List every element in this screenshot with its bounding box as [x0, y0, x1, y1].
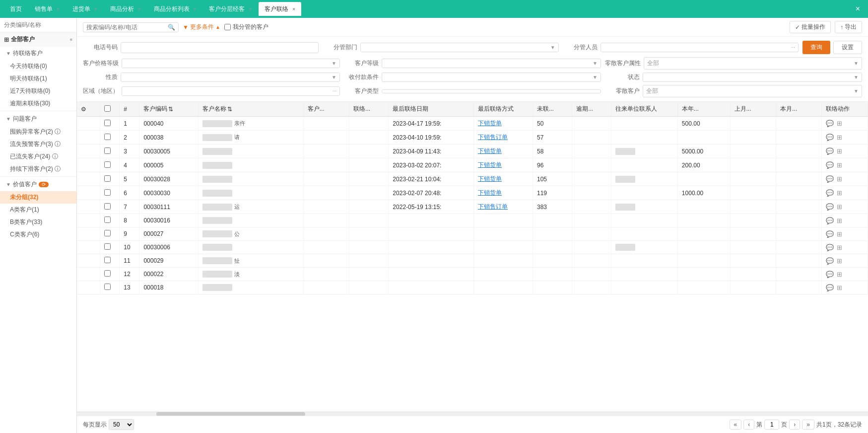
close-segment-icon[interactable]: × [249, 6, 252, 12]
nav-tab-analysis-list[interactable]: 商品分析列表 × [148, 2, 202, 16]
grid-action-icon[interactable]: ⊞ [837, 244, 842, 251]
chat-icon[interactable]: 💬 [826, 147, 834, 155]
last-method-link[interactable]: 下销货单 [478, 120, 502, 127]
sidebar-item-b-class[interactable]: B类客户(33) [0, 216, 76, 228]
last-method-link[interactable]: 下销货单 [478, 175, 502, 182]
grid-action-icon[interactable]: ⊞ [837, 161, 842, 169]
filter-nature-select[interactable]: ▼ [121, 72, 340, 82]
filter-scattered-attr-select[interactable]: 全部 ▼ [644, 57, 862, 70]
filter-scattered-select[interactable]: 全部 ▼ [643, 85, 862, 97]
chat-icon[interactable]: 💬 [826, 134, 834, 141]
nav-tab-customer-segment[interactable]: 客户分层经客 × [203, 2, 258, 16]
filter-price-level-select[interactable]: ▼ [122, 59, 340, 68]
chat-icon[interactable]: 💬 [826, 175, 834, 183]
my-customers-checkbox[interactable]: 我分管的客户 [224, 23, 268, 31]
close-analysis-icon[interactable]: × [138, 6, 141, 12]
sidebar-item-declining[interactable]: 持续下滑客户(2) ⓘ [0, 163, 76, 175]
export-button[interactable]: ↑ 导出 [835, 21, 862, 33]
close-purchase-icon[interactable]: × [94, 6, 97, 12]
grid-action-icon[interactable]: ⊞ [837, 217, 842, 224]
grid-action-icon[interactable]: ⊞ [837, 203, 842, 211]
my-customers-check-input[interactable] [224, 24, 231, 30]
nav-tab-customer-contact[interactable]: 客户联络 × [259, 2, 301, 16]
filter-search-icon[interactable]: 🔍 [168, 24, 175, 31]
page-number-input[interactable] [764, 420, 779, 430]
horizontal-scrollbar[interactable] [77, 412, 868, 416]
grid-action-icon[interactable]: ⊞ [837, 134, 842, 141]
nav-tab-sales[interactable]: 销售单 × [29, 2, 66, 16]
select-all-checkbox[interactable] [104, 105, 111, 112]
settings-icon[interactable]: ⚙ [81, 106, 86, 113]
chat-icon[interactable]: 💬 [826, 217, 834, 224]
filter-payment-select[interactable]: ▼ [382, 72, 601, 82]
filter-status-select[interactable]: ▼ [643, 72, 862, 82]
grid-action-icon[interactable]: ⊞ [837, 284, 842, 291]
row-checkbox[interactable] [104, 134, 111, 140]
nav-tab-purchase[interactable]: 进货单 × [67, 2, 103, 16]
chat-icon[interactable]: 💬 [826, 161, 834, 169]
filter-dept-select[interactable]: ▼ [360, 43, 558, 52]
query-button[interactable]: 查询 [802, 41, 830, 54]
close-sales-icon[interactable]: × [57, 6, 60, 12]
grid-action-icon[interactable]: ⊞ [837, 120, 842, 127]
row-checkbox[interactable] [104, 243, 111, 250]
chat-icon[interactable]: 💬 [826, 230, 834, 238]
filter-phone-input[interactable] [121, 42, 319, 53]
sidebar-item-churned[interactable]: 已流失客户(24) ⓘ [0, 150, 76, 163]
filter-cust-level-select[interactable]: ▼ [382, 59, 601, 68]
last-method-link[interactable]: 下销货单 [478, 161, 502, 168]
nav-tab-analysis[interactable]: 商品分析 × [104, 2, 147, 16]
chat-icon[interactable]: 💬 [826, 271, 834, 278]
sidebar-search-input[interactable] [4, 21, 77, 28]
row-checkbox[interactable] [104, 147, 111, 154]
grid-action-icon[interactable]: ⊞ [837, 271, 842, 278]
chat-icon[interactable]: 💬 [826, 120, 834, 127]
close-contact-icon[interactable]: × [292, 6, 295, 12]
row-checkbox[interactable] [104, 161, 111, 168]
sidebar-item-abnormal[interactable]: 囤购异常客户(2) ⓘ [0, 126, 76, 138]
reset-button[interactable]: 设置 [833, 41, 862, 54]
next-page-btn[interactable]: › [789, 420, 800, 430]
filter-manager-select[interactable]: ··· [601, 43, 799, 52]
grid-action-icon[interactable]: ⊞ [837, 189, 842, 197]
grid-action-icon[interactable]: ⊞ [837, 147, 842, 155]
sidebar-group-pending[interactable]: ▼ 待联络客户 [0, 47, 76, 60]
row-checkbox[interactable] [104, 284, 111, 290]
sidebar-item-today[interactable]: 今天待联络(0) [0, 60, 76, 72]
row-checkbox[interactable] [104, 203, 111, 210]
row-checkbox[interactable] [104, 216, 111, 223]
row-checkbox[interactable] [104, 120, 111, 126]
chat-icon[interactable]: 💬 [826, 203, 834, 211]
sidebar-item-a-class[interactable]: A类客户(1) [0, 204, 76, 216]
sidebar-all-customers[interactable]: ⊞ 全部客户 « [0, 32, 76, 47]
sidebar-item-ungroup[interactable]: 未分组(32) [0, 191, 76, 204]
filter-cust-type-select[interactable] [382, 89, 601, 93]
grid-action-icon[interactable]: ⊞ [837, 257, 842, 265]
batch-op-button[interactable]: ✓ 批量操作 [790, 21, 831, 33]
sidebar-item-7days[interactable]: 近7天待联络(0) [0, 85, 76, 97]
row-checkbox[interactable] [104, 270, 111, 277]
row-checkbox[interactable] [104, 257, 111, 263]
grid-action-icon[interactable]: ⊞ [837, 230, 842, 238]
sidebar-group-value[interactable]: ▼ 价值客户 ⟳ [0, 178, 76, 191]
chat-icon[interactable]: 💬 [826, 284, 834, 291]
page-size-dropdown[interactable]: 50 100 200 [109, 419, 134, 430]
filter-more-btn[interactable]: ▼ 更多条件 ▲ [183, 23, 220, 31]
chat-icon[interactable]: 💬 [826, 244, 834, 251]
prev-page-btn[interactable]: ‹ [743, 420, 754, 430]
sidebar-item-c-class[interactable]: C类客户(6) [0, 228, 76, 241]
sidebar-item-overdue[interactable]: 逾期未联络(30) [0, 97, 76, 110]
sidebar-group-problem[interactable]: ▼ 问题客户 [0, 112, 76, 126]
last-page-btn[interactable]: » [802, 420, 814, 430]
sidebar-item-tomorrow[interactable]: 明天待联络(1) [0, 72, 76, 85]
row-checkbox[interactable] [104, 230, 111, 236]
filter-region-select[interactable]: ··· [122, 86, 340, 96]
row-checkbox[interactable] [104, 175, 111, 182]
nav-close-all-icon[interactable]: × [852, 4, 864, 13]
sidebar-collapse-icon[interactable]: « [69, 37, 72, 42]
last-method-link[interactable]: 下销货单 [478, 147, 502, 154]
last-method-link[interactable]: 下销售订单 [478, 134, 508, 141]
chat-icon[interactable]: 💬 [826, 189, 834, 197]
chat-icon[interactable]: 💬 [826, 257, 834, 265]
filter-search-input[interactable] [86, 24, 166, 31]
